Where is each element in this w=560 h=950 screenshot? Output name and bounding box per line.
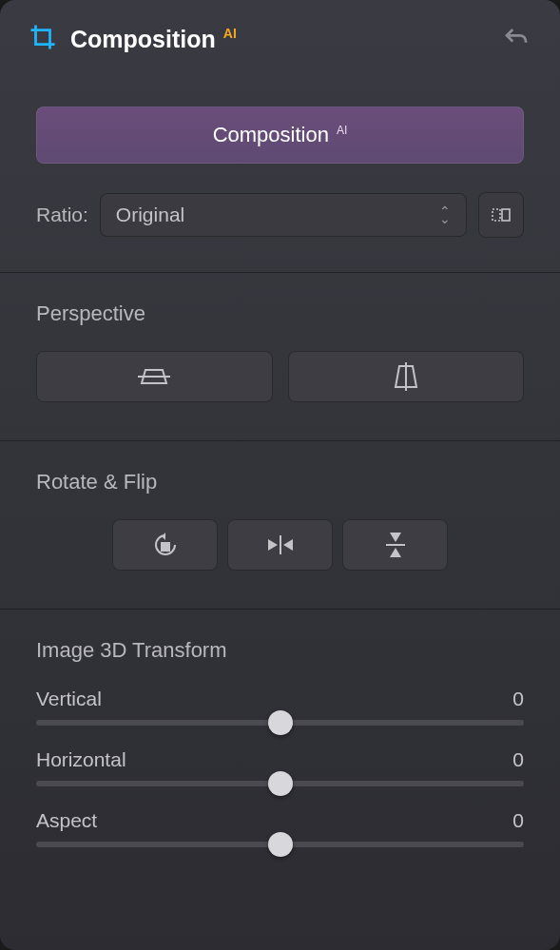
vertical-slider-label: Vertical	[36, 688, 102, 710]
ratio-select[interactable]: Original ⌃⌄	[100, 193, 467, 237]
perspective-section: Perspective	[0, 273, 560, 440]
flip-horizontal-icon	[266, 533, 295, 556]
composition-panel: Composition AI Composition AI Ratio: Ori…	[0, 0, 560, 950]
panel-title: Composition	[70, 26, 216, 53]
slider-thumb[interactable]	[268, 771, 293, 796]
horizontal-slider-block: Horizontal 0	[36, 748, 524, 786]
horizontal-slider-value: 0	[512, 748, 524, 771]
crop-icon	[29, 23, 57, 55]
composition-button-sup: AI	[337, 124, 347, 137]
orientation-icon	[490, 204, 512, 226]
vertical-slider[interactable]	[36, 720, 524, 726]
header-title-group: Composition AI	[29, 23, 237, 55]
svg-rect-0	[492, 209, 500, 221]
slider-thumb[interactable]	[268, 832, 293, 857]
ratio-row: Ratio: Original ⌃⌄	[36, 192, 524, 238]
composition-ai-button[interactable]: Composition AI	[36, 107, 524, 164]
transform3d-section: Image 3D Transform Vertical 0 Horizontal…	[0, 610, 560, 870]
vertical-slider-value: 0	[512, 688, 524, 710]
perspective-horizontal-icon	[138, 364, 170, 389]
aspect-slider-value: 0	[512, 809, 524, 832]
svg-rect-4	[161, 542, 170, 552]
horizontal-slider-label: Horizontal	[36, 748, 126, 771]
flip-horizontal-button[interactable]	[227, 519, 333, 571]
ratio-label: Ratio:	[36, 204, 88, 226]
horizontal-slider[interactable]	[36, 781, 524, 786]
composition-button-label: Composition	[213, 123, 329, 146]
ratio-value: Original	[116, 204, 184, 226]
rotate-flip-title: Rotate & Flip	[36, 470, 524, 494]
svg-rect-1	[502, 209, 510, 221]
perspective-vertical-icon	[392, 362, 420, 391]
rotate-button[interactable]	[112, 519, 218, 571]
perspective-horizontal-button[interactable]	[36, 351, 273, 402]
slider-thumb[interactable]	[268, 710, 293, 735]
aspect-slider[interactable]	[36, 842, 524, 847]
chevron-updown-icon: ⌃⌄	[439, 207, 451, 223]
rotate-flip-section: Rotate & Flip	[0, 441, 560, 609]
perspective-title: Perspective	[36, 301, 524, 326]
undo-button[interactable]	[501, 24, 531, 54]
aspect-slider-block: Aspect 0	[36, 809, 524, 847]
vertical-slider-block: Vertical 0	[36, 688, 524, 726]
rotate-flip-buttons	[36, 519, 524, 571]
undo-icon	[502, 25, 531, 53]
perspective-buttons	[36, 351, 524, 402]
flip-vertical-button[interactable]	[342, 519, 448, 571]
aspect-slider-label: Aspect	[36, 809, 97, 832]
transform3d-title: Image 3D Transform	[36, 638, 524, 663]
flip-vertical-icon	[384, 531, 407, 559]
rotate-icon	[153, 533, 178, 557]
orientation-button[interactable]	[478, 192, 524, 238]
panel-header: Composition AI	[0, 0, 560, 76]
composition-section: Composition AI Ratio: Original ⌃⌄	[0, 76, 560, 272]
ai-badge: AI	[223, 26, 237, 41]
perspective-vertical-button[interactable]	[288, 351, 525, 402]
